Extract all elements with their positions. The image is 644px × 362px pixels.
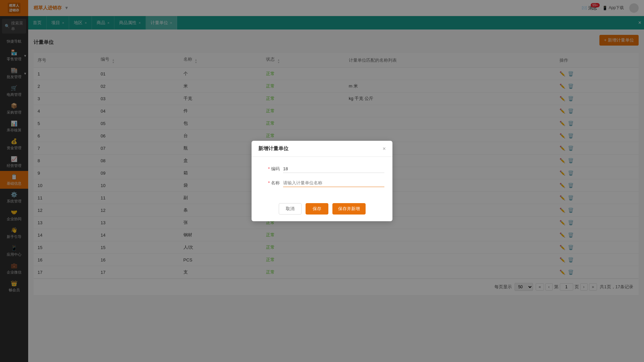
modal-overlay: 新增计量单位 × 编码 名称 取消 保存 保存并新增 [0, 0, 644, 362]
cancel-button[interactable]: 取消 [279, 203, 302, 215]
modal-footer: 取消 保存 保存并新增 [252, 198, 392, 221]
add-unit-modal: 新增计量单位 × 编码 名称 取消 保存 保存并新增 [252, 141, 392, 221]
save-continue-button[interactable]: 保存并新增 [332, 203, 366, 215]
name-input[interactable] [283, 179, 384, 187]
modal-header: 新增计量单位 × [252, 141, 392, 157]
code-label: 编码 [260, 166, 280, 172]
modal-close-button[interactable]: × [383, 146, 386, 152]
name-field-row: 名称 [260, 179, 384, 187]
code-input[interactable] [283, 165, 384, 173]
code-field-row: 编码 [260, 165, 384, 173]
name-label: 名称 [260, 180, 280, 186]
modal-body: 编码 名称 [252, 157, 392, 198]
modal-title: 新增计量单位 [258, 145, 288, 152]
save-button[interactable]: 保存 [306, 203, 328, 215]
